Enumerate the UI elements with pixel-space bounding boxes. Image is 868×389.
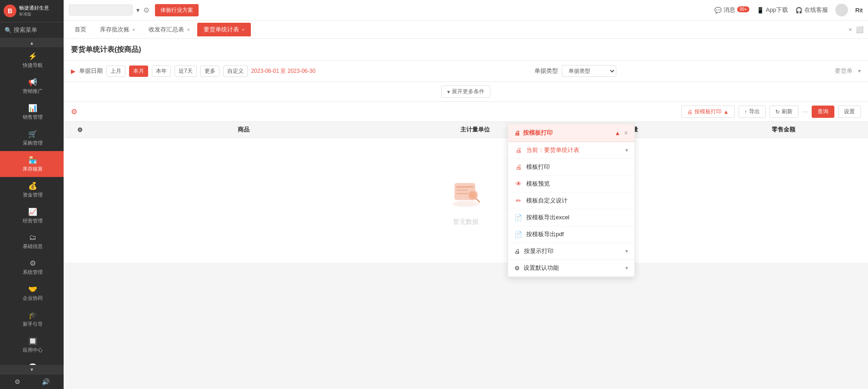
refresh-btn[interactable]: ↻ 刷新: [769, 106, 798, 118]
sidebar-scroll-up[interactable]: ▲: [0, 38, 64, 47]
sidebar-item-label: 营销推广: [23, 88, 43, 95]
date-btn-benNian[interactable]: 本年: [152, 66, 171, 77]
set-default-label: 设置默认功能: [524, 264, 559, 272]
sidebar-item-xitong[interactable]: ⚙ 系统管理: [0, 254, 64, 280]
filter-expand-btn[interactable]: ▶: [71, 68, 75, 75]
svg-point-0: [453, 201, 479, 207]
sidebar-item-xinshou[interactable]: 🎓 新手引导: [0, 306, 64, 332]
template-pdf-item[interactable]: 📄 按模板导出pdf: [508, 226, 634, 243]
sidebar-item-jingying[interactable]: 📈 经营管理: [0, 203, 64, 229]
sidebar-item-jichu[interactable]: 🗂 基础信息: [0, 229, 64, 254]
sidebar-item-wechat[interactable]: 💬 企业微信: [0, 358, 64, 365]
col-settings[interactable]: ⚙: [71, 126, 89, 133]
template-excel-item[interactable]: 📄 按模板导出excel: [508, 209, 634, 226]
date-btn-shangYue[interactable]: 上月: [106, 66, 125, 77]
tab-maximize[interactable]: ⬜: [856, 26, 863, 33]
template-preview-item[interactable]: 👁 模板预览: [508, 176, 634, 192]
sidebar-item-zijin[interactable]: 💰 资金管理: [0, 177, 64, 203]
sidebar-item-xiaoshou[interactable]: 📊 销售管理: [0, 99, 64, 125]
app-download-label: App下载: [766, 6, 788, 14]
sidebar-item-label: 经营管理: [23, 217, 43, 224]
nav-icon-xiaoshou: 📊: [28, 104, 37, 112]
current-template-label: 当前：要货单统计表: [526, 146, 579, 154]
template-pdf-icon: 📄: [514, 231, 523, 238]
volume-footer-icon[interactable]: 🔊: [42, 378, 50, 385]
print-dropdown-up-arrow[interactable]: ▲: [615, 130, 621, 136]
current-dropdown-arrow[interactable]: ▾: [625, 147, 628, 153]
export-btn[interactable]: ↑ 导出: [738, 106, 766, 118]
sidebar-item-qiye[interactable]: 🤝 企业协同: [0, 280, 64, 306]
topbar-search-input[interactable]: [69, 5, 133, 15]
user-avatar[interactable]: [835, 4, 848, 16]
topbar-messages[interactable]: 💬 消息 99+: [714, 6, 749, 14]
tab-kucun-pici[interactable]: 库存批次账 ×: [94, 23, 141, 36]
tab-shoufa[interactable]: 收发存汇总表 ×: [142, 23, 196, 36]
tab-kucun-pici-label: 库存批次账: [100, 25, 130, 34]
template-print-item[interactable]: 🖨 模板打印: [508, 159, 634, 176]
display-print-icon: 🖨: [514, 248, 520, 255]
experience-btn[interactable]: 体验行业方案: [155, 4, 199, 16]
tabs-bar: 首页 库存批次账 × 收发存汇总表 × 要货单统计表 × × ⬜: [64, 20, 868, 39]
topbar-gear-icon[interactable]: ⚙: [143, 6, 150, 15]
nav-icon-zijin: 💰: [28, 182, 37, 190]
tab-yaohuo[interactable]: 要货单统计表 ×: [197, 23, 251, 36]
date-range-display: 2023-06-01 至 2023-06-30: [251, 67, 315, 75]
nav-icon-kucun: 🏪: [28, 156, 37, 164]
template-design-label: 模板自定义设计: [526, 197, 568, 205]
settings-btn[interactable]: 设置: [838, 106, 861, 118]
sidebar-item-label: 采购管理: [23, 140, 43, 147]
topbar-dropdown-btn[interactable]: ▾: [136, 6, 140, 14]
print-dropdown: 🖨 按模板打印 ▲ × 🖨 当前：要货单统计表 ▾: [508, 124, 635, 277]
sidebar-item-kuaijie[interactable]: ⚡ 快捷导航: [0, 47, 64, 73]
sidebar-item-caigou[interactable]: 🛒 采购管理: [0, 125, 64, 151]
app-logo: B 畅捷通好生意 标准版: [0, 0, 64, 22]
toolbar-settings-icon[interactable]: ⚙: [71, 107, 77, 116]
yaohuo-dropdown[interactable]: ▾: [858, 68, 861, 74]
set-default-section[interactable]: ⚙ 设置默认功能 ▾: [508, 260, 634, 277]
print-btn[interactable]: 🖨 按模板打印 ▲: [681, 106, 735, 118]
template-preview-label: 模板预览: [526, 180, 550, 188]
date-label: 单据日期: [79, 67, 103, 75]
print-dropdown-header: 🖨 按模板打印 ▲ ×: [508, 124, 634, 142]
date-btn-gengDuo[interactable]: 更多: [200, 66, 219, 77]
date-btn-jin7Tian[interactable]: 近7天: [175, 66, 197, 77]
print-dropdown-close-btn[interactable]: ×: [624, 129, 628, 136]
tab-home[interactable]: 首页: [68, 23, 93, 36]
display-print-label: 按显示打印: [524, 247, 554, 255]
type-select[interactable]: 单据类型: [562, 65, 616, 77]
template-print-label: 模板打印: [526, 163, 550, 171]
sidebar-search[interactable]: 🔍 搜索菜单: [0, 22, 64, 38]
print-dropdown-title-text: 按模板打印: [523, 129, 553, 137]
display-print-left: 🖨 按显示打印: [514, 247, 554, 255]
sidebar-item-label: 基础信息: [23, 243, 43, 250]
more-options-icon[interactable]: ···: [802, 108, 808, 116]
tab-kucun-pici-close[interactable]: ×: [132, 27, 135, 32]
svg-line-7: [476, 198, 480, 202]
app-download-icon: 📱: [757, 7, 764, 14]
tab-home-label: 首页: [75, 25, 86, 34]
svg-point-6: [469, 192, 477, 199]
tab-shoufa-close[interactable]: ×: [187, 27, 190, 32]
svg-rect-2: [456, 186, 473, 188]
sidebar-item-kucun[interactable]: 🏪 库存核算: [0, 151, 64, 177]
display-print-section[interactable]: 🖨 按显示打印 ▾: [508, 243, 634, 260]
query-btn[interactable]: 查询: [812, 106, 834, 118]
date-btn-ziDingYi[interactable]: 自定义: [223, 66, 248, 77]
nav-icon-yingxiao: 📢: [28, 78, 37, 86]
topbar-app-download[interactable]: 📱 App下载: [757, 6, 788, 14]
tab-yaohuo-close[interactable]: ×: [242, 27, 244, 32]
page-title: 要货单统计表(按商品): [71, 45, 861, 55]
template-design-item[interactable]: ✏ 模板自定义设计: [508, 192, 634, 209]
expand-more-btn[interactable]: ▾ 展开更多条件: [441, 86, 490, 98]
settings-footer-icon[interactable]: ⚙: [15, 378, 20, 385]
date-btn-benYue[interactable]: 本月: [129, 66, 148, 77]
print-dropdown-current[interactable]: 🖨 当前：要货单统计表 ▾: [508, 142, 634, 159]
printer-icon: 🖨: [687, 109, 693, 115]
sidebar-scroll-down[interactable]: ▼: [0, 365, 64, 374]
print-dropdown-toggle-icon[interactable]: ▲: [723, 109, 729, 115]
topbar-online-service[interactable]: 🎧 在线客服: [795, 6, 828, 14]
sidebar-item-yingyong[interactable]: 🔲 应用中心: [0, 332, 64, 358]
tab-close-all[interactable]: ×: [848, 26, 852, 33]
sidebar-item-yingxiao[interactable]: 📢 营销推广: [0, 73, 64, 99]
set-default-left: ⚙ 设置默认功能: [514, 264, 559, 272]
